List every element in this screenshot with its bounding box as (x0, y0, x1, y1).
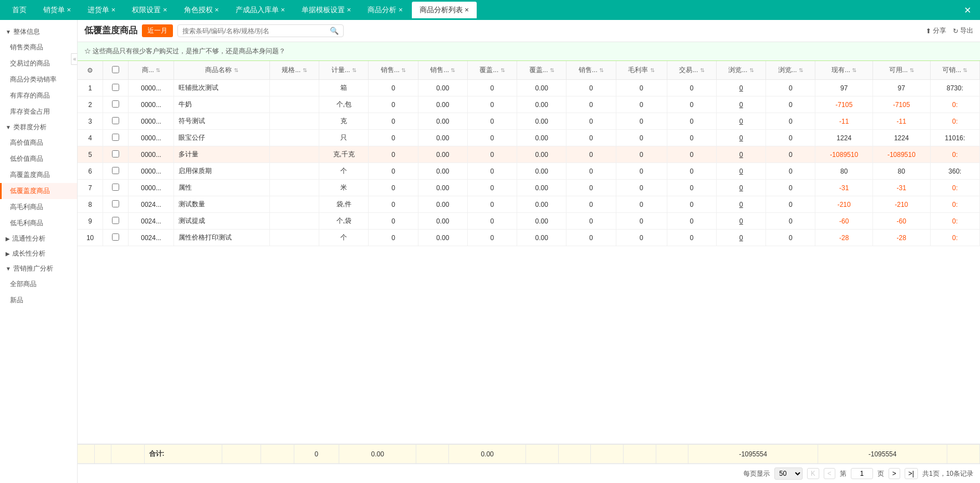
row-browse1[interactable]: 0 (717, 80, 766, 96)
nav-sales[interactable]: 销货单 × (35, 2, 79, 18)
share-button[interactable]: ⬆ 分享 (926, 26, 946, 35)
col-sales-qty[interactable]: 销售... ⇅ (369, 61, 418, 80)
nav-template[interactable]: 单据模板设置 × (294, 2, 359, 18)
close-window-btn[interactable]: ✕ (959, 3, 976, 18)
row-checkbox-cell[interactable] (103, 180, 129, 196)
sidebar-item-high-margin[interactable]: 高毛利商品 (0, 199, 77, 215)
col-checkbox[interactable] (103, 61, 129, 80)
sidebar-item-low-margin[interactable]: 低毛利商品 (0, 215, 77, 231)
row-checkbox[interactable] (112, 100, 119, 108)
col-settings[interactable]: ⚙ (78, 61, 103, 80)
row-checkbox[interactable] (112, 184, 119, 191)
col-current[interactable]: 现有... ⇅ (815, 61, 873, 80)
row-checkbox[interactable] (112, 233, 119, 241)
table-container[interactable]: ⚙ 商... ⇅ 商品名称 ⇅ 规格... ⇅ 计量... ⇅ 销售... ⇅ … (78, 61, 980, 444)
row-browse1[interactable]: 0 (717, 213, 766, 230)
nav-home[interactable]: 首页 (4, 2, 34, 18)
col-cover1[interactable]: 覆盖... ⇅ (467, 61, 517, 80)
sidebar-collapse-btn[interactable]: « (71, 53, 78, 65)
row-checkbox-cell[interactable] (103, 96, 129, 113)
col-sales3[interactable]: 销售... ⇅ (566, 61, 616, 80)
col-spec[interactable]: 规格... ⇅ (269, 61, 319, 80)
col-unit[interactable]: 计量... ⇅ (319, 61, 369, 80)
row-available: -1089510 (873, 146, 931, 163)
row-browse1[interactable]: 0 (717, 146, 766, 163)
sidebar-item-category-turnover[interactable]: 商品分类动销率 (0, 72, 77, 88)
row-checkbox[interactable] (112, 217, 119, 224)
row-checkbox[interactable] (112, 167, 119, 174)
row-checkbox[interactable] (112, 134, 119, 141)
per-page-select[interactable]: 50 20 100 (774, 467, 803, 480)
sidebar-item-traded-goods[interactable]: 交易过的商品 (0, 55, 77, 72)
row-browse1[interactable]: 0 (717, 180, 766, 196)
sidebar-item-sales-goods[interactable]: 销售类商品 (0, 39, 77, 55)
sidebar-section-cluster[interactable]: ▼ 类群度分析 (0, 120, 77, 135)
nav-product-analysis[interactable]: 商品分析 × (360, 2, 410, 18)
prev-page-btn[interactable]: < (824, 468, 835, 479)
row-cover2: 0.00 (517, 180, 566, 196)
search-input[interactable] (182, 27, 330, 35)
col-name[interactable]: 商品名称 ⇅ (174, 61, 270, 80)
sidebar-item-in-stock[interactable]: 有库存的商品 (0, 88, 77, 104)
sidebar-item-all-goods[interactable]: 全部商品 (0, 276, 77, 292)
row-browse1[interactable]: 0 (717, 113, 766, 130)
col-code[interactable]: 商... ⇅ (129, 61, 174, 80)
row-checkbox[interactable] (112, 200, 119, 207)
row-sales-amt: 0.00 (418, 96, 467, 113)
col-margin[interactable]: 毛利率 ⇅ (616, 61, 667, 80)
row-sales3: 0 (566, 213, 616, 230)
row-sales-qty: 0 (369, 146, 418, 163)
table-body: 1 0000... 旺辅批次测试 箱 0 0.00 0 0.00 0 0 0 0… (78, 80, 980, 246)
col-available[interactable]: 可用... ⇅ (873, 61, 931, 80)
row-checkbox[interactable] (112, 150, 119, 157)
row-checkbox-cell[interactable] (103, 146, 129, 163)
col-browse1[interactable]: 浏览... ⇅ (717, 61, 766, 80)
row-browse1[interactable]: 0 (717, 96, 766, 113)
row-browse1[interactable]: 0 (717, 230, 766, 246)
sidebar-section-flow[interactable]: ▶ 流通性分析 (0, 231, 77, 246)
row-checkbox[interactable] (112, 117, 119, 124)
row-browse1[interactable]: 0 (717, 163, 766, 180)
sidebar-section-marketing[interactable]: ▼ 营销推广分析 (0, 261, 77, 276)
col-sales-amt[interactable]: 销售... ⇅ (418, 61, 467, 80)
sidebar-item-new-goods[interactable]: 新品 (0, 292, 77, 308)
col-trade[interactable]: 交易... ⇅ (667, 61, 716, 80)
nav-purchase[interactable]: 进货单 × (80, 2, 123, 18)
row-checkbox-cell[interactable] (103, 80, 129, 96)
row-checkbox[interactable] (112, 84, 119, 91)
row-checkbox-cell[interactable] (103, 113, 129, 130)
row-browse1[interactable]: 0 (717, 130, 766, 146)
nav-permission[interactable]: 权限设置 × (124, 2, 175, 18)
row-checkbox-cell[interactable] (103, 130, 129, 146)
sidebar-item-stock-capital[interactable]: 库存资金占用 (0, 104, 77, 120)
row-checkbox-cell[interactable] (103, 213, 129, 230)
row-sales3: 0 (566, 96, 616, 113)
row-browse1[interactable]: 0 (717, 196, 766, 213)
row-sales-qty: 0 (369, 113, 418, 130)
col-cover2[interactable]: 覆盖... ⇅ (517, 61, 566, 80)
col-browse2[interactable]: 浏览... ⇅ (766, 61, 815, 80)
export-button[interactable]: ↻ 导出 (953, 26, 973, 35)
first-page-btn[interactable]: K (807, 468, 819, 479)
row-checkbox-cell[interactable] (103, 163, 129, 180)
total-cover2: 0.00 (448, 445, 525, 464)
last-page-btn[interactable]: >| (905, 468, 918, 479)
nav-product-entry[interactable]: 产成品入库单 × (228, 2, 293, 18)
sidebar-item-low-coverage[interactable]: 低覆盖度商品 (0, 183, 77, 199)
row-spec (269, 180, 319, 196)
nav-role[interactable]: 角色授权 × (176, 2, 227, 18)
sidebar-item-low-value[interactable]: 低价值商品 (0, 151, 77, 167)
nav-product-analysis-list[interactable]: 商品分析列表 × (412, 2, 477, 18)
row-checkbox-cell[interactable] (103, 230, 129, 246)
page-number-input[interactable] (851, 468, 873, 479)
sidebar-item-high-coverage[interactable]: 高覆盖度商品 (0, 167, 77, 183)
sidebar-item-high-value[interactable]: 高价值商品 (0, 135, 77, 151)
sidebar-section-growth[interactable]: ▶ 成长性分析 (0, 246, 77, 261)
col-sellable[interactable]: 可销... ⇅ (930, 61, 979, 80)
period-button[interactable]: 近一月 (142, 24, 173, 37)
select-all-checkbox[interactable] (112, 66, 119, 73)
row-cover1: 0 (467, 146, 517, 163)
sidebar-section-overall[interactable]: ▼ 整体信息 (0, 24, 77, 39)
next-page-btn[interactable]: > (889, 468, 900, 479)
row-checkbox-cell[interactable] (103, 196, 129, 213)
